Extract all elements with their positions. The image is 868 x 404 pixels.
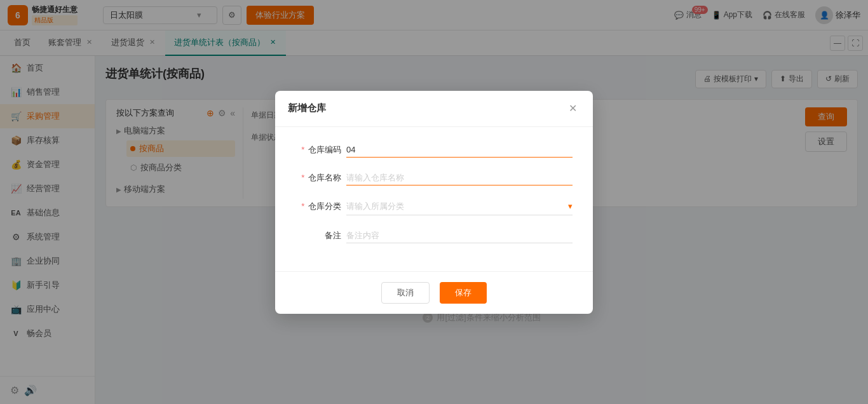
form-row-name: * 仓库名称 <box>295 170 573 185</box>
form-row-remark: 备注 <box>295 228 573 243</box>
required-mark-category: * <box>301 201 304 211</box>
warehouse-name-input[interactable] <box>346 170 573 185</box>
remark-input[interactable] <box>346 228 573 243</box>
cancel-button[interactable]: 取消 <box>381 282 430 304</box>
category-select[interactable]: 请输入所属分类 ▾ <box>346 198 573 215</box>
required-mark-name: * <box>301 173 304 182</box>
modal-body: * 仓库编码 * 仓库名称 * 仓库分类 请输入所属 <box>275 127 593 271</box>
modal-header: 新增仓库 ✕ <box>275 91 593 127</box>
category-arrow-icon: ▾ <box>568 201 573 211</box>
modal-title: 新增仓库 <box>288 102 326 114</box>
modal-close-button[interactable]: ✕ <box>565 101 580 116</box>
modal-footer: 取消 保存 <box>275 271 593 314</box>
category-label: * 仓库分类 <box>295 201 346 212</box>
save-button[interactable]: 保存 <box>440 282 487 304</box>
warehouse-code-input[interactable] <box>346 142 573 158</box>
code-label: * 仓库编码 <box>295 144 346 156</box>
category-placeholder: 请输入所属分类 <box>346 201 568 212</box>
form-row-code: * 仓库编码 <box>295 142 573 158</box>
remark-label: 备注 <box>295 230 346 241</box>
required-mark-code: * <box>301 145 304 154</box>
name-label: * 仓库名称 <box>295 172 346 184</box>
modal-overlay: 新增仓库 ✕ * 仓库编码 * 仓库名称 <box>0 0 868 404</box>
new-warehouse-modal: 新增仓库 ✕ * 仓库编码 * 仓库名称 <box>275 91 593 314</box>
form-row-category: * 仓库分类 请输入所属分类 ▾ <box>295 198 573 215</box>
